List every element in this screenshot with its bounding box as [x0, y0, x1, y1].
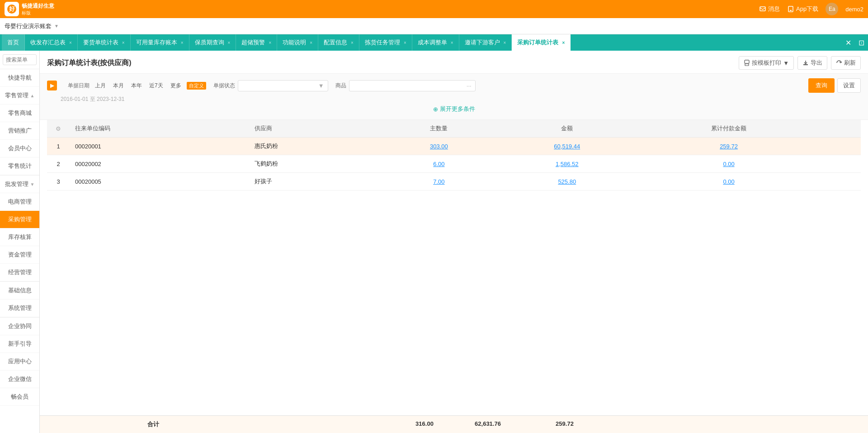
tab-receive-send[interactable]: 收发存汇总表 × [25, 34, 78, 51]
tab-purchase-stat-close[interactable]: × [562, 40, 565, 45]
row-1-supplier: 惠氏奶粉 [249, 138, 383, 155]
sidebar-item-retail-shop[interactable]: 零售商城 [0, 105, 39, 122]
tab-stock-book-close[interactable]: × [181, 40, 184, 45]
tab-expire-query-close[interactable]: × [228, 40, 231, 45]
tab-overstock-close[interactable]: × [269, 40, 271, 45]
tab-purchase-stat[interactable]: 采购订单统计表 × [512, 34, 571, 51]
sidebar-item-retail-stats[interactable]: 零售统计 [0, 157, 39, 175]
tab-cost-adjust-close[interactable]: × [451, 40, 453, 45]
shortcut-last-month[interactable]: 上月 [92, 81, 108, 90]
sidebar-item-member-center[interactable]: 会员中心 [0, 140, 39, 157]
top-bar-left: 好 畅捷通好生意 标版 [5, 2, 54, 16]
app-download-btn[interactable]: App下载 [787, 5, 818, 13]
workspace-bar: 母婴行业演示账套 ▼ [0, 18, 868, 34]
settings-btn[interactable]: 设置 [837, 78, 861, 93]
status-select-arrow-icon: ▼ [318, 82, 324, 89]
nav-tabs: 首页 收发存汇总表 × 要货单统计表 × 可用量库存账本 × 保质期查询 × 超… [0, 34, 868, 51]
sidebar-item-enterprise-wechat[interactable]: 企业微信 [0, 371, 39, 388]
col-header-amount: 金额 [495, 120, 639, 138]
sidebar-item-new-guide[interactable]: 新手引导 [0, 335, 39, 353]
query-btn[interactable]: 查询 [808, 78, 835, 93]
expand-more-btn[interactable]: ⊕ 展开更多条件 [49, 105, 859, 113]
footer-paid: 259.72 [524, 420, 605, 428]
table-area: ⚙ 往来单位编码 供应商 主数量 金额 累计付款金额 1 00020001 [40, 120, 868, 415]
sidebar-item-sys-mgmt[interactable]: 系统管理 [0, 300, 39, 317]
template-print-btn[interactable]: 按模板打印 ▼ [739, 56, 794, 70]
close-all-tabs-btn[interactable]: ✕ [844, 37, 853, 49]
shortcut-this-year[interactable]: 本年 [128, 81, 145, 90]
workspace-selector[interactable]: 母婴行业演示账套 ▼ [5, 22, 59, 30]
filter-toggle-btn[interactable]: ▶ [47, 81, 57, 90]
tab-home[interactable]: 首页 [2, 34, 25, 51]
sidebar-item-basic-info-label: 基础信息 [8, 286, 32, 295]
sidebar-item-basic-info[interactable]: 基础信息 [0, 282, 39, 300]
filter-area: ▶ 单据日期 上月 本月 本年 近7天 更多 自定义 单据状态 [40, 74, 868, 120]
sidebar-item-ecommerce[interactable]: 电商管理 [0, 193, 39, 211]
avatar[interactable]: Ea [826, 3, 838, 15]
tab-goods-stat-close[interactable]: × [122, 40, 125, 45]
sidebar-item-wholesale[interactable]: 批发管理 ▼ [0, 176, 39, 193]
tab-invite-customer-close[interactable]: × [504, 40, 506, 45]
wholesale-arrow-icon: ▼ [30, 182, 35, 187]
row-1-amount: 60,519.44 [495, 138, 639, 155]
workspace-label: 母婴行业演示账套 [5, 22, 52, 30]
tab-stock-book[interactable]: 可用量库存账本 × [131, 34, 189, 51]
sidebar-item-app-center[interactable]: 应用中心 [0, 353, 39, 371]
sidebar-item-member[interactable]: 畅会员 [0, 388, 39, 406]
tab-config-info[interactable]: 配置信息 × [318, 34, 359, 51]
tab-goods-stat[interactable]: 要货单统计表 × [78, 34, 131, 51]
row-3-extra [819, 173, 861, 190]
sidebar-item-operations[interactable]: 经营管理 [0, 264, 39, 281]
col-header-supplier: 供应商 [249, 120, 383, 138]
tab-receive-send-close[interactable]: × [69, 40, 72, 45]
sidebar-item-finance[interactable]: 资金管理 [0, 246, 39, 264]
sidebar-item-wholesale-label: 批发管理 [5, 180, 28, 188]
tab-func-desc[interactable]: 功能说明 × [277, 34, 318, 51]
message-btn[interactable]: 消息 [759, 5, 780, 13]
sidebar-item-member-label: 畅会员 [11, 393, 28, 401]
row-3-unit-code: 00020005 [70, 173, 249, 190]
tab-goods-stat-label: 要货单统计表 [83, 38, 118, 47]
shortcut-7days[interactable]: 近7天 [146, 81, 166, 90]
row-3-quantity: 7.00 [383, 173, 495, 190]
svg-rect-3 [788, 6, 793, 12]
svg-rect-5 [745, 60, 749, 63]
search-input[interactable] [3, 54, 37, 65]
col-header-paid: 累计付款金额 [639, 120, 819, 138]
username: demo2 [845, 6, 863, 13]
row-3-supplier: 好孩子 [249, 173, 383, 190]
page-header: 采购订单统计表(按供应商) 按模板打印 ▼ 导出 刷新 [40, 51, 868, 74]
tab-func-desc-close[interactable]: × [310, 40, 312, 45]
row-2-supplier: 飞鹤奶粉 [249, 155, 383, 173]
main-layout: 快捷导航 零售管理 ▲ 零售商城 营销推广 会员中心 零售统计 批发管理 ▼ 电… [0, 51, 868, 433]
refresh-btn[interactable]: 刷新 [831, 56, 861, 70]
status-select[interactable]: ▼ [238, 80, 328, 91]
tab-config-info-close[interactable]: × [351, 40, 354, 45]
tab-cost-adjust[interactable]: 成本调整单 × [412, 34, 459, 51]
sidebar-item-marketing[interactable]: 营销推广 [0, 122, 39, 140]
sidebar-item-stock-check[interactable]: 库存核算 [0, 228, 39, 246]
shortcut-this-month[interactable]: 本月 [110, 81, 127, 90]
sidebar-item-retail-mgmt[interactable]: 零售管理 ▲ [0, 87, 39, 105]
sidebar-item-quick-nav[interactable]: 快捷导航 [0, 69, 39, 87]
tab-invite-customer[interactable]: 邀请下游客户 × [459, 34, 512, 51]
sidebar-item-enterprise[interactable]: 企业协同 [0, 318, 39, 335]
tab-pick-task-close[interactable]: × [404, 40, 406, 45]
expand-more-icon: ⊕ [433, 106, 438, 113]
sidebar-item-marketing-label: 营销推广 [8, 127, 32, 135]
tab-overstock[interactable]: 超储预警 × [236, 34, 277, 51]
svg-rect-6 [745, 64, 749, 66]
tab-expire-query[interactable]: 保质期查询 × [189, 34, 236, 51]
tab-pick-task[interactable]: 拣货任务管理 × [359, 34, 412, 51]
shortcut-more[interactable]: 更多 [168, 81, 184, 90]
goods-input[interactable]: ··· [349, 80, 476, 91]
maximize-btn[interactable]: ⊡ [857, 37, 866, 49]
row-3-amount: 525.80 [495, 173, 639, 190]
svg-rect-4 [790, 10, 792, 11]
data-table: ⚙ 往来单位编码 供应商 主数量 金额 累计付款金额 1 00020001 [47, 120, 861, 190]
sidebar-item-purchase-mgmt[interactable]: 采购管理 [0, 211, 39, 228]
export-btn[interactable]: 导出 [797, 56, 827, 70]
table-footer: 合计 316.00 62,631.76 259.72 [40, 415, 868, 433]
column-settings-icon[interactable]: ⚙ [56, 125, 61, 132]
row-1-no: 1 [47, 138, 70, 155]
